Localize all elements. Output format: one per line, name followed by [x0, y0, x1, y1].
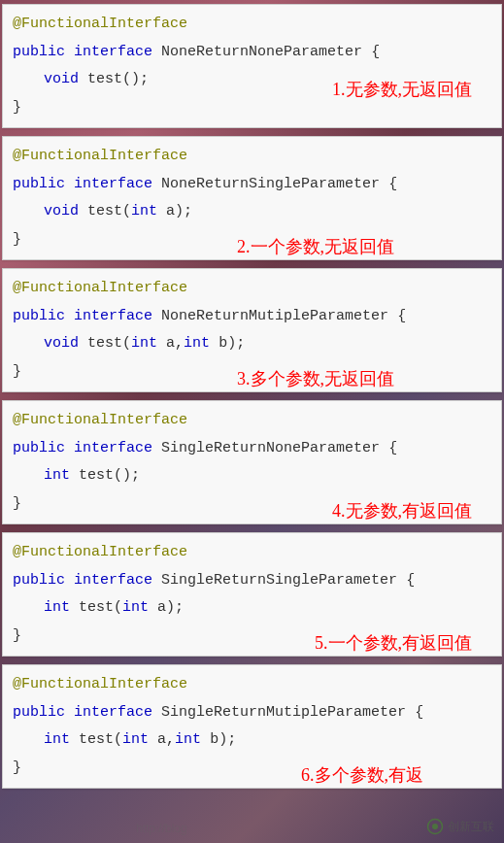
code-block-6: @FunctionalInterface public interface Si…: [2, 664, 502, 789]
label-3: 3.多个参数,无返回值: [237, 362, 394, 395]
watermark: 创新互联: [426, 818, 494, 835]
label-1: 1.无参数,无返回值: [332, 73, 472, 106]
code-line: int test(int a);: [13, 594, 491, 623]
code-line: @FunctionalInterface: [13, 275, 491, 303]
code-line: public interface SingleReturnNoneParamet…: [13, 435, 491, 463]
label-4: 4.无参数,有返回值: [332, 494, 472, 527]
code-block-4: @FunctionalInterface public interface Si…: [2, 400, 502, 524]
code-line: @FunctionalInterface: [13, 671, 491, 699]
code-line: @FunctionalInterface: [13, 11, 491, 39]
code-line: public interface NoneReturnMutipleParame…: [13, 303, 491, 331]
code-line: void test(int a);: [13, 198, 491, 226]
watermark-url: http://blog: [136, 822, 187, 835]
annotation: @FunctionalInterface: [13, 16, 187, 32]
code-block-2: @FunctionalInterface public interface No…: [2, 136, 502, 260]
watermark-logo-icon: [426, 818, 444, 835]
code-line: @FunctionalInterface: [13, 539, 491, 567]
code-line: int test(int a,int b);: [13, 726, 491, 755]
code-line: void test(int a,int b);: [13, 330, 491, 358]
code-block-1: @FunctionalInterface public interface No…: [2, 4, 502, 128]
watermark-text: 创新互联: [448, 819, 494, 835]
code-line: public interface SingleReturnMutiplePara…: [13, 699, 491, 727]
label-5: 5.一个参数,有返回值: [315, 626, 472, 659]
code-line: int test();: [13, 462, 491, 490]
code-line: @FunctionalInterface: [13, 407, 491, 435]
label-6: 6.多个参数,有返: [301, 759, 423, 792]
code-line: public interface NoneReturnNoneParameter…: [13, 39, 491, 67]
code-block-3: @FunctionalInterface public interface No…: [2, 268, 502, 392]
code-line: public interface NoneReturnSingleParamet…: [13, 171, 491, 199]
code-line: public interface SingleReturnSingleParam…: [13, 567, 491, 595]
code-line: @FunctionalInterface: [13, 143, 491, 171]
code-block-5: @FunctionalInterface public interface Si…: [2, 532, 502, 657]
label-2: 2.一个参数,无返回值: [237, 230, 394, 263]
